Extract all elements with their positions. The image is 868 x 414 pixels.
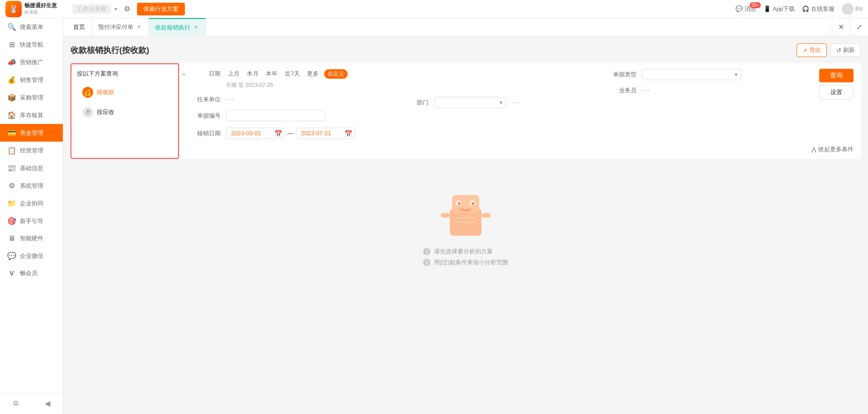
- top-bar: 🐰 畅捷通好生意 标准版 工作台名称 ▾ ⚙ 体验行业方案 💬 消息 99+ 📱…: [0, 0, 868, 18]
- sidebar-label-marketing: 营销推广: [20, 58, 43, 67]
- setting-button[interactable]: 设置: [819, 85, 854, 100]
- tab-prepay-close[interactable]: ✕: [136, 23, 142, 31]
- sidebar-item-enterprise[interactable]: 📁 企业协同: [0, 195, 63, 212]
- tab-collection-close[interactable]: ✕: [193, 24, 199, 31]
- workspace-dropdown-icon[interactable]: ▾: [114, 6, 117, 12]
- counterparty-dots[interactable]: ···: [226, 95, 235, 104]
- sidebar-item-operations[interactable]: 📋 经营管理: [0, 142, 63, 159]
- search-icon: 🔍: [7, 23, 16, 31]
- purchase-icon: 📦: [7, 93, 16, 102]
- filter-row-date: 日期 上月 本月 本年 近7天 更多 自定义: [195, 69, 398, 79]
- sidebar-item-quick-nav[interactable]: ⊞ 快捷导航: [0, 36, 63, 53]
- salesperson-dots[interactable]: ···: [642, 86, 651, 95]
- collapse-more-label: 收起更多条件: [818, 145, 854, 153]
- sidebar-settings-button[interactable]: ⚙: [9, 397, 23, 409]
- sidebar-item-hardware[interactable]: 🖥 智能硬件: [0, 230, 63, 247]
- filter-row-salesperson: 业务员 ···: [611, 86, 814, 95]
- filter-collapse-button[interactable]: »: [179, 63, 188, 159]
- refresh-button[interactable]: ↺ 刷新: [830, 43, 861, 57]
- filter-row-docno: 单据编号: [195, 110, 398, 121]
- sidebar-label-enterprise: 企业协同: [20, 200, 43, 208]
- tab-collection[interactable]: 收款核销执行 ✕: [149, 18, 206, 36]
- filter-row-writeoff-date: 核销日期 📅 — 📅: [195, 128, 854, 139]
- query-button[interactable]: 查询: [819, 69, 854, 82]
- calendar-start-icon[interactable]: 📅: [274, 130, 282, 137]
- date-tab-this-month[interactable]: 本月: [245, 69, 260, 79]
- empty-hint-1: 1 请先选择要分析的方案: [423, 247, 508, 256]
- edition-label: 标准版: [24, 9, 57, 15]
- sidebar-label-search: 搜索菜单: [20, 23, 43, 31]
- app-icon: 📱: [764, 5, 771, 12]
- member-icon: V: [7, 270, 16, 277]
- filter-option-by-receipt[interactable]: 💰 按收款: [77, 83, 173, 101]
- user-area[interactable]: Rit: [842, 3, 863, 15]
- app-download-button[interactable]: 📱 App下载: [764, 5, 795, 13]
- writeoff-date-start-wrapper: 📅: [226, 128, 285, 139]
- message-icon: 💬: [736, 5, 743, 12]
- page-content: 收款核销执行(按收款) ↗ 导出 ↺ 刷新 按以下方案查询: [63, 36, 868, 414]
- tab-close-all-button[interactable]: ✕: [832, 18, 850, 36]
- sidebar-collapse-button[interactable]: ◀: [41, 397, 54, 409]
- filter-right-panel: 日期 上月 本月 本年 近7天 更多 自定义: [188, 63, 861, 159]
- tab-prepay[interactable]: 预付冲应付单 ✕: [92, 18, 149, 36]
- date-tabs: 上月 本月 本年 近7天 更多 自定义: [226, 69, 348, 79]
- sidebar-item-purchase[interactable]: 📦 采购管理: [0, 89, 63, 106]
- tab-home-label: 首页: [73, 23, 85, 31]
- sidebar-item-inventory[interactable]: 🏠 库存核算: [0, 106, 63, 124]
- sidebar-item-member[interactable]: V 畅会员: [0, 265, 63, 282]
- date-tab-custom[interactable]: 自定义: [324, 69, 348, 79]
- sidebar-label-inventory: 库存核算: [20, 111, 43, 119]
- sidebar-item-basics[interactable]: 📰 基础信息: [0, 159, 63, 177]
- tab-collection-label: 收款核销执行: [155, 24, 190, 32]
- sidebar-item-search[interactable]: 🔍 搜索菜单: [0, 18, 63, 36]
- collapse-more-button[interactable]: ⋀ 收起更多条件: [195, 145, 854, 153]
- sidebar-item-marketing[interactable]: 📣 营销推广: [0, 53, 63, 71]
- sidebar-item-wechat[interactable]: 💬 企业微信: [0, 247, 63, 265]
- content-area: 首页 预付冲应付单 ✕ 收款核销执行 ✕ ✕ ⤢ 收款核销执行(按收款): [63, 18, 868, 414]
- headset-icon: 🎧: [802, 5, 809, 12]
- date-tab-this-year[interactable]: 本年: [264, 69, 279, 79]
- page-title: 收款核销执行(按收款): [71, 45, 149, 56]
- top-bar-right: 💬 消息 99+ 📱 App下载 🎧 在线客服 Rit: [736, 3, 863, 15]
- online-service-button[interactable]: 🎧 在线客服: [802, 5, 835, 13]
- svg-point-4: [458, 202, 461, 205]
- message-button[interactable]: 💬 消息 99+: [736, 5, 756, 13]
- settings-icon[interactable]: ⚙: [121, 3, 133, 15]
- logo-text-area: 畅捷通好生意 标准版: [24, 2, 57, 16]
- doctype-label: 单据类型: [611, 71, 637, 79]
- enterprise-icon: 📁: [7, 199, 16, 208]
- company-name: 畅捷通好生意: [24, 2, 57, 10]
- sidebar-label-member: 畅会员: [20, 269, 38, 277]
- export-label: 导出: [809, 46, 821, 54]
- marketing-icon: 📣: [7, 58, 16, 67]
- user-avatar: [842, 3, 854, 15]
- export-button[interactable]: ↗ 导出: [797, 43, 827, 57]
- docno-input[interactable]: [226, 110, 326, 121]
- svg-rect-7: [481, 213, 491, 218]
- sidebar-item-sales[interactable]: 💰 销售管理: [0, 71, 63, 89]
- svg-point-5: [472, 202, 474, 205]
- date-tab-last-month[interactable]: 上月: [226, 69, 241, 79]
- date-tab-7days[interactable]: 近7天: [283, 69, 302, 79]
- sidebar-item-system[interactable]: ⚙ 系统管理: [0, 177, 63, 195]
- tab-expand-button[interactable]: ⤢: [850, 18, 868, 36]
- calendar-end-icon[interactable]: 📅: [344, 130, 352, 137]
- sidebar-item-newbie[interactable]: 🎯 新手引导: [0, 212, 63, 230]
- page-header-actions: ↗ 导出 ↺ 刷新: [797, 43, 861, 57]
- date-tab-more[interactable]: 更多: [305, 69, 321, 79]
- department-select[interactable]: [434, 97, 506, 108]
- department-label: 部门: [403, 99, 429, 107]
- filter-option-by-receivable[interactable]: ⏱ 按应收: [77, 103, 173, 121]
- logo-area: 🐰 畅捷通好生意 标准版: [5, 1, 69, 17]
- tab-home[interactable]: 首页: [67, 18, 92, 36]
- newbie-icon: 🎯: [7, 217, 16, 225]
- tab-bar: 首页 预付冲应付单 ✕ 收款核销执行 ✕ ✕ ⤢: [63, 18, 868, 36]
- sidebar-item-finance[interactable]: 💳 资金管理: [0, 124, 63, 142]
- filter-row-doctype: 单据类型: [611, 69, 814, 80]
- sidebar-label-wechat: 企业微信: [20, 252, 43, 260]
- department-dots[interactable]: ···: [512, 99, 520, 107]
- industry-solution-button[interactable]: 体验行业方案: [137, 3, 185, 15]
- hint-num-1: 1: [423, 248, 430, 255]
- user-name: Rit: [855, 5, 863, 12]
- doctype-select[interactable]: [642, 69, 741, 80]
